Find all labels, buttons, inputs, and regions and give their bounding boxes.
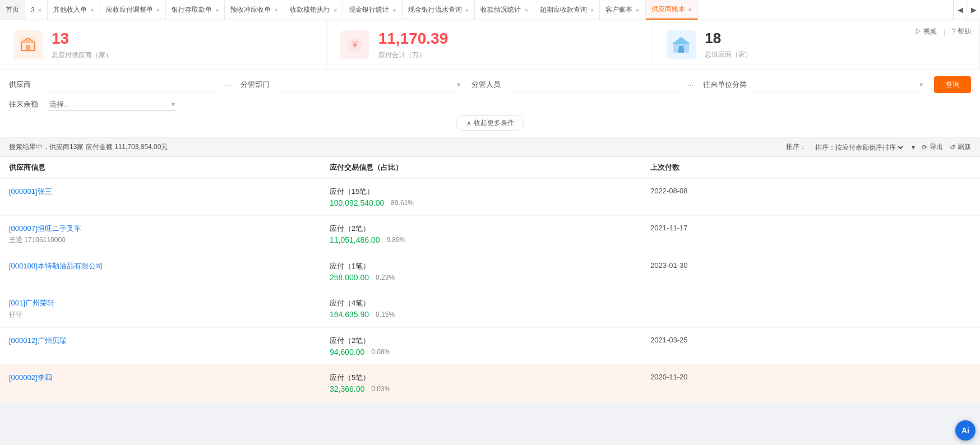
table-row: [000001]张三 应付（15笔） 100,092,540.00 89.61%… <box>0 179 980 216</box>
tx-info-cell: 应付（2笔） 94,600.00 0.08% <box>330 336 650 356</box>
tx-amount-link[interactable]: 94,600.00 <box>330 347 364 356</box>
close-icon[interactable]: × <box>274 7 278 13</box>
close-icon[interactable]: × <box>334 7 337 13</box>
last-pay-cell: 2020-11-20 <box>650 373 971 381</box>
money-icon: ¥ <box>340 30 369 59</box>
filter-supplier: 供应商 ··· <box>9 78 232 91</box>
category-filter-label: 往来单位分类 <box>703 80 747 90</box>
svg-text:¥: ¥ <box>352 40 357 49</box>
nav-tab-customer-ledger[interactable]: 客户账本 × <box>600 0 645 20</box>
close-icon[interactable]: × <box>90 7 94 13</box>
collapse-button[interactable]: ∧ 收起更多条件 <box>456 115 524 131</box>
tx-amount-link[interactable]: 100,092,540.00 <box>330 198 384 207</box>
tx-info-cell: 应付（5笔） 32,366.00 0.03% <box>330 373 650 393</box>
tx-pct: 0.23% <box>376 274 395 281</box>
nav-tab-overdue-ar[interactable]: 超期应收款查询 × <box>534 0 600 20</box>
tx-count: 应付（4笔） <box>330 298 650 308</box>
tx-info-cell: 应付（4笔） 164,635.90 0.15% <box>330 298 650 319</box>
tx-amount-link[interactable]: 258,000.00 <box>330 273 369 282</box>
ap-suppliers-label: 总应付供应商（家） <box>52 50 112 60</box>
close-icon[interactable]: × <box>524 7 528 13</box>
result-bar: 搜索结果中，供应商13家 应付金额 111,703,854.00元 排序： 排序… <box>0 138 980 157</box>
supplier-sub: 王通 17106110000 <box>9 235 330 245</box>
help-link[interactable]: ? 帮助 <box>952 27 971 36</box>
top-navigation: 首页 3 × 其他收入单 × 应收应付调整单 × 银行存取款单 × 预收冲应收单… <box>0 0 980 20</box>
sort-select[interactable]: 排序：按应付余额倒序排序 <box>813 143 905 152</box>
nav-tab-receipt-stats[interactable]: 收款情况统计 × <box>475 0 534 20</box>
tx-pct: 9.89% <box>387 236 406 244</box>
supplier-link[interactable]: [000012]广州贝瑞 <box>9 336 67 345</box>
chevron-down-icon-2[interactable]: ▾ <box>917 81 925 89</box>
balance-input[interactable] <box>47 98 169 110</box>
dept-select[interactable]: ▾ <box>279 78 463 91</box>
nav-right-arrow[interactable]: ▶ <box>967 0 980 20</box>
chevron-down-icon[interactable]: ▾ <box>455 81 463 89</box>
header-supplier-info: 供应商信息 <box>9 163 330 173</box>
tx-pct: 89.61% <box>391 199 414 207</box>
close-icon[interactable]: × <box>156 7 160 13</box>
tx-pct: 0.03% <box>371 385 390 393</box>
balance-select[interactable]: ▾ <box>47 98 177 111</box>
supplier-info-cell: [001]广州荣轩 仔仔 <box>9 298 330 319</box>
person-input[interactable] <box>510 78 683 91</box>
refresh-button[interactable]: ↺ 刷新 <box>950 142 971 152</box>
help-links: ▷ 视频 | ? 帮助 <box>915 27 972 36</box>
nav-tab-prepay-offset[interactable]: 预收冲应收单 × <box>225 0 284 20</box>
video-link[interactable]: ▷ 视频 <box>915 27 937 36</box>
nav-left-arrow[interactable]: ◀ <box>953 0 967 20</box>
store-icon <box>667 30 696 59</box>
supplier-link[interactable]: [000002]李四 <box>9 373 52 382</box>
tx-amount-link[interactable]: 32,366.00 <box>330 384 364 393</box>
supplier-link[interactable]: [000100]本特勒油品有限公司 <box>9 262 103 270</box>
close-icon[interactable]: × <box>215 7 219 13</box>
last-pay-date: 2021-03-25 <box>650 336 688 344</box>
supplier-input[interactable] <box>47 78 220 91</box>
nav-tab-supplier-ledger[interactable]: 供应商账本 × <box>646 0 698 20</box>
nav-tab-other-income[interactable]: 其他收入单 × <box>48 0 100 20</box>
close-icon[interactable]: × <box>636 7 639 13</box>
tx-info-cell: 应付（1笔） 258,000.00 0.23% <box>330 261 650 282</box>
table-row: [000002]李四 应付（5笔） 32,366.00 0.03% 2020-1… <box>0 365 980 402</box>
nav-tab-3[interactable]: 3 × <box>25 0 48 20</box>
refresh-icon: ↺ <box>950 143 955 151</box>
supplier-link[interactable]: [001]广州荣轩 <box>9 299 54 307</box>
chevron-down-icon-3[interactable]: ▾ <box>169 100 177 108</box>
nav-tab-bank-deposit[interactable]: 银行存取款单 × <box>166 0 225 20</box>
sort-label: 排序： <box>786 142 806 152</box>
ai-button[interactable]: Ai <box>955 420 976 441</box>
person-more-icon[interactable]: ··· <box>687 80 694 89</box>
supplier-filter-label: 供应商 <box>9 80 43 90</box>
nav-tab-receipt-exec[interactable]: 收款核销执行 × <box>284 0 343 20</box>
nav-tab-home[interactable]: 首页 <box>0 0 25 20</box>
table-row: [000007]恒旺二手叉车 王通 17106110000 应付（2笔） 11,… <box>0 216 980 253</box>
nav-tab-ar-ap-adjust[interactable]: 应收应付调整单 × <box>100 0 166 20</box>
close-icon[interactable]: × <box>688 6 692 13</box>
close-icon[interactable]: × <box>392 7 396 13</box>
tx-pct: 0.08% <box>371 348 390 356</box>
export-button[interactable]: ⟳ 导出 <box>922 142 943 152</box>
supplier-link[interactable]: [000001]张三 <box>9 187 52 196</box>
dept-input[interactable] <box>279 78 455 91</box>
tx-amount-link[interactable]: 164,635.90 <box>330 310 369 319</box>
nav-tab-cash-stats[interactable]: 现金银行统计 × <box>343 0 402 20</box>
supplier-more-icon[interactable]: ··· <box>225 80 232 89</box>
category-select[interactable]: ▾ <box>751 78 926 91</box>
filter-dept: 分管部门 ▾ <box>241 78 463 91</box>
ap-total-number: 11,170.39 <box>378 29 449 48</box>
table-row: [000100]本特勒油品有限公司 应付（1笔） 258,000.00 0.23… <box>0 253 980 290</box>
close-icon[interactable]: × <box>465 7 469 13</box>
close-icon[interactable]: × <box>38 7 41 13</box>
nav-scroll-arrows: ◀ ▶ <box>953 0 980 20</box>
supplier-icon <box>13 30 43 59</box>
supplier-sub: 仔仔 <box>9 310 330 319</box>
supplier-info-cell: [000002]李四 <box>9 373 330 383</box>
main-content: 13 总应付供应商（家） ¥ 11,170.39 应付合计（万） <box>0 20 980 445</box>
query-button[interactable]: 查询 <box>934 76 971 93</box>
category-input[interactable] <box>751 78 918 91</box>
tx-amount-link[interactable]: 11,051,486.00 <box>330 235 380 244</box>
tx-count: 应付（5笔） <box>330 373 650 383</box>
nav-tab-cash-flow[interactable]: 现金银行流水查询 × <box>403 0 475 20</box>
close-icon[interactable]: × <box>590 7 594 13</box>
tx-count: 应付（1笔） <box>330 261 650 271</box>
supplier-link[interactable]: [000007]恒旺二手叉车 <box>9 224 81 233</box>
